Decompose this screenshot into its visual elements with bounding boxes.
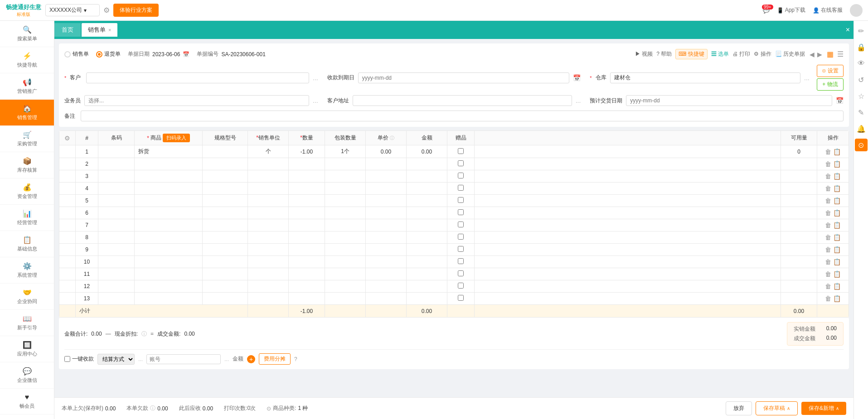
row-barcode-1[interactable] bbox=[98, 145, 135, 158]
rs-orange-icon[interactable]: ⊙ bbox=[855, 139, 868, 151]
due-date-input[interactable] bbox=[358, 72, 570, 83]
sidebar-item-system[interactable]: ⚙️ 系统管理 bbox=[0, 257, 54, 284]
delete-icon-8[interactable]: 🗑 bbox=[825, 234, 831, 241]
sidebar-item-appstore[interactable]: 🔲 应用中心 bbox=[0, 336, 54, 362]
expected-date-calendar-icon[interactable]: 📅 bbox=[836, 97, 844, 104]
delete-icon-13[interactable]: 🗑 bbox=[825, 295, 831, 302]
list-view-icon[interactable]: ☰ bbox=[837, 50, 844, 58]
row-gift-1[interactable] bbox=[447, 145, 475, 158]
sidebar-item-search[interactable]: 🔍 搜索菜单 bbox=[0, 21, 54, 47]
save-draft-button[interactable]: 保存草稿 ∧ bbox=[756, 401, 798, 415]
sidebar-item-sales[interactable]: 🏠 销售管理 bbox=[0, 100, 54, 126]
rs-eye-icon[interactable]: 👁 bbox=[855, 57, 868, 70]
customer-addr-input[interactable] bbox=[353, 95, 572, 106]
one-click-checkbox[interactable] bbox=[64, 356, 70, 362]
ops-btn[interactable]: ⚙ 操作 bbox=[754, 50, 771, 58]
sidebar-item-guide[interactable]: 📖 新手引导 bbox=[0, 310, 54, 336]
sidebar-item-quick-nav[interactable]: ⚡ 快捷导航 bbox=[0, 47, 54, 73]
tab-sales-order[interactable]: 销售单 × bbox=[82, 23, 117, 37]
remarks-input[interactable] bbox=[81, 111, 844, 121]
rs-star-icon[interactable]: ☆ bbox=[855, 90, 868, 102]
rs-lock-icon[interactable]: 🔒 bbox=[855, 41, 868, 53]
shortcut-btn[interactable]: ⌨ 快捷键 bbox=[675, 49, 707, 59]
copy-icon-7[interactable]: 📋 bbox=[833, 222, 841, 229]
calendar-icon[interactable]: 📅 bbox=[183, 51, 189, 58]
calc-method-select[interactable]: 结算方式 bbox=[97, 354, 135, 365]
stat-product-type[interactable]: ⊙ 商品种类: 1 种 bbox=[267, 405, 308, 412]
copy-icon-6[interactable]: 📋 bbox=[833, 209, 841, 217]
delete-icon-4[interactable]: 🗑 bbox=[825, 185, 831, 192]
rs-alert-icon[interactable]: 🔔 bbox=[855, 122, 868, 135]
copy-icon-11[interactable]: 📋 bbox=[833, 270, 841, 278]
discard-button[interactable]: 放弃 bbox=[726, 401, 752, 415]
delete-icon-6[interactable]: 🗑 bbox=[825, 209, 831, 217]
copy-icon-1[interactable]: 📋 bbox=[833, 148, 841, 155]
next-arrow[interactable]: ▶ bbox=[816, 50, 823, 59]
salesperson-dots[interactable]: ... bbox=[313, 97, 318, 104]
copy-icon-13[interactable]: 📋 bbox=[833, 295, 841, 302]
owed-help-icon[interactable]: ⓘ bbox=[150, 405, 155, 412]
app-download-btn[interactable]: 📱 App下载 bbox=[777, 6, 805, 14]
delete-icon-2[interactable]: 🗑 bbox=[825, 160, 831, 168]
customer-dots[interactable]: ... bbox=[313, 74, 318, 82]
help-btn[interactable]: ? 帮助 bbox=[656, 50, 672, 58]
sidebar-item-collab[interactable]: 🤝 企业协同 bbox=[0, 284, 54, 310]
delete-icon-11[interactable]: 🗑 bbox=[825, 270, 831, 278]
delete-icon-10[interactable]: 🗑 bbox=[825, 258, 831, 265]
online-service-btn[interactable]: 👤 在线客服 bbox=[813, 6, 843, 14]
row-qty-1[interactable]: -1.00 bbox=[289, 145, 325, 158]
sidebar-item-wechat[interactable]: 💬 企业微信 bbox=[0, 362, 54, 389]
copy-icon-9[interactable]: 📋 bbox=[833, 246, 841, 253]
account-dots[interactable]: ... bbox=[224, 356, 229, 362]
settings-button[interactable]: ⊙ 设置 bbox=[817, 65, 844, 77]
prev-arrow[interactable]: ◀ bbox=[809, 50, 815, 59]
video-btn[interactable]: ▶ 视频 bbox=[635, 50, 653, 58]
calc-method-dots[interactable]: ... bbox=[138, 356, 143, 362]
copy-icon-3[interactable]: 📋 bbox=[833, 173, 841, 180]
sidebar-item-purchase[interactable]: 🛒 采购管理 bbox=[0, 126, 54, 152]
copy-icon-10[interactable]: 📋 bbox=[833, 258, 841, 265]
scan-btn[interactable]: 扫码录入 bbox=[163, 134, 190, 142]
grid-view-icon[interactable]: ▦ bbox=[827, 50, 834, 58]
warehouse-input[interactable] bbox=[610, 72, 800, 83]
sidebar-item-finance[interactable]: 💰 资金管理 bbox=[0, 178, 54, 205]
expected-date-input[interactable] bbox=[626, 95, 832, 106]
avatar[interactable] bbox=[850, 4, 863, 17]
trial-button[interactable]: 体验行业方案 bbox=[113, 4, 159, 17]
sidebar-item-inventory[interactable]: 📦 库存核算 bbox=[0, 152, 54, 178]
close-tab-icon[interactable]: × bbox=[846, 26, 850, 34]
payment-help-icon[interactable]: ? bbox=[294, 356, 297, 362]
sidebar-item-base[interactable]: 📋 基础信息 bbox=[0, 231, 54, 257]
help-circle-icon[interactable]: ⓘ bbox=[141, 330, 147, 338]
delete-icon-5[interactable]: 🗑 bbox=[825, 197, 831, 204]
radio-sales-order[interactable]: 销售单 bbox=[64, 50, 89, 58]
settings-icon[interactable]: ⚙ bbox=[103, 6, 110, 14]
save-new-button[interactable]: 保存&新增 ∧ bbox=[801, 402, 846, 415]
row-price-1[interactable]: 0.00 bbox=[366, 145, 407, 158]
copy-icon-2[interactable]: 📋 bbox=[833, 160, 841, 168]
delete-icon-12[interactable]: 🗑 bbox=[825, 283, 831, 290]
delete-icon-7[interactable]: 🗑 bbox=[825, 222, 831, 229]
rs-pencil-icon[interactable]: ✎ bbox=[855, 106, 868, 119]
delete-icon-3[interactable]: 🗑 bbox=[825, 173, 831, 180]
add-payment-btn[interactable]: + bbox=[247, 355, 255, 363]
history-btn[interactable]: 📃 历史单据 bbox=[775, 50, 805, 58]
table-settings-icon[interactable]: ⚙ bbox=[64, 135, 70, 142]
salesperson-input[interactable] bbox=[84, 95, 309, 106]
sidebar-item-operations[interactable]: 📊 经营管理 bbox=[0, 205, 54, 231]
sidebar-item-marketing[interactable]: 📢 营销推广 bbox=[0, 73, 54, 100]
sidebar-item-member[interactable]: ♥ 畅会员 bbox=[0, 389, 54, 414]
delete-icon-1[interactable]: 🗑 bbox=[825, 148, 831, 155]
copy-icon-4[interactable]: 📋 bbox=[833, 185, 841, 192]
select-order-btn[interactable]: ☰ 选单 bbox=[711, 50, 729, 58]
warehouse-dots[interactable]: ... bbox=[804, 74, 810, 82]
customer-input[interactable] bbox=[86, 72, 309, 83]
flow-button[interactable]: + 物流 bbox=[817, 78, 844, 91]
due-date-calendar-icon[interactable]: 📅 bbox=[573, 74, 581, 82]
th-gear[interactable]: ⚙ bbox=[59, 131, 76, 145]
one-click-payment-checkbox[interactable]: 一键收款 bbox=[64, 355, 94, 363]
company-select[interactable]: XXXXXX公司 ▾ bbox=[45, 4, 100, 16]
addr-dots[interactable]: ... bbox=[576, 97, 581, 104]
copy-icon-8[interactable]: 📋 bbox=[833, 234, 841, 241]
rs-refresh-icon[interactable]: ↺ bbox=[855, 73, 868, 86]
